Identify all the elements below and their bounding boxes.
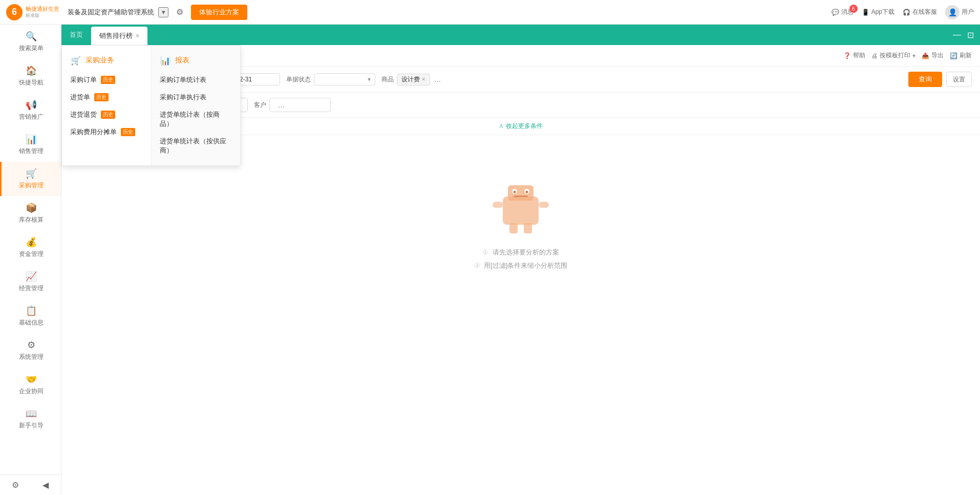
sidebar-label-finance: 资金管理 [19, 250, 44, 259]
print-dropdown-icon: ▾ [912, 52, 915, 59]
goods-tag-area: 设计费 × ... [397, 74, 443, 85]
goods-label: 商品 [381, 75, 394, 84]
svg-rect-9 [509, 223, 518, 233]
sidebar-item-enterprise[interactable]: 🤝 企业协同 [0, 368, 61, 402]
history-tag-stock-in: 历史 [94, 93, 109, 101]
svg-rect-1 [508, 185, 534, 201]
empty-tip2: ② 用[过滤]条件来缩小分析范围 [474, 261, 568, 270]
doc-status-select[interactable]: ▾ [314, 73, 375, 85]
sales-icon: 📊 [26, 134, 37, 145]
svg-point-5 [526, 191, 528, 193]
goods-tag-text: 设计费 [401, 75, 420, 84]
query-btn[interactable]: 查询 [908, 72, 942, 87]
header-right: 💬 消息 6 📱 App下载 🎧 在线客服 👤 用户 [832, 5, 974, 19]
message-badge: 6 [849, 5, 858, 13]
goods-more-btn[interactable]: ... [432, 75, 443, 84]
guide-icon: 📖 [26, 408, 37, 419]
title-dropdown-btn[interactable]: ▾ [158, 7, 168, 17]
refresh-action[interactable]: 🔄 刷新 [950, 51, 972, 60]
svg-rect-6 [514, 196, 528, 197]
doc-status-arrow: ▾ [368, 76, 371, 83]
menu-item-purchase-expense[interactable]: 采购费用分摊单 历史 [62, 123, 151, 141]
goods-filter-group: 商品 设计费 × ... [381, 74, 443, 85]
user-label: 用户 [962, 8, 974, 16]
svg-rect-10 [524, 223, 532, 233]
menu-item-po-stats[interactable]: 采购订单统计表 [152, 71, 241, 89]
sidebar-label-basic-info: 基础信息 [19, 318, 44, 327]
tab-home[interactable]: 首页 [61, 25, 91, 45]
empty-svg-icon [490, 176, 551, 238]
doc-status-label: 单据状态 [286, 75, 311, 84]
sidebar-label-guide: 新手引导 [19, 421, 44, 430]
menu-item-stock-in[interactable]: 进货单 历史 [62, 89, 151, 106]
reports-icon: 📊 [160, 55, 171, 66]
sidebar-item-purchase[interactable]: 🛒 采购管理 [0, 162, 61, 196]
svg-rect-0 [503, 197, 539, 225]
sidebar-settings-btn[interactable]: ⚙ [0, 475, 31, 495]
sidebar-label-system: 系统管理 [19, 353, 44, 361]
sidebar-item-inventory[interactable]: 📦 库存核算 [0, 196, 61, 230]
sidebar-label-sales: 销售管理 [19, 147, 44, 156]
sidebar-item-marketing[interactable]: 📢 营销推广 [0, 93, 61, 127]
sidebar-label-search: 搜索菜单 [19, 44, 44, 53]
message-action[interactable]: 💬 消息 6 [832, 8, 854, 16]
sidebar-item-quick-nav[interactable]: 🏠 快捷导航 [0, 59, 61, 93]
inventory-icon: 📦 [26, 202, 37, 213]
sidebar-label-operations: 经营管理 [19, 284, 44, 293]
sidebar-item-search[interactable]: 🔍 搜索菜单 [0, 25, 61, 59]
menu-item-stock-stats-goods[interactable]: 进货单统计表（按商品） [152, 106, 241, 133]
sidebar-item-guide[interactable]: 📖 新手引导 [0, 402, 61, 436]
system-icon: ⚙ [27, 339, 35, 351]
svg-rect-8 [539, 202, 549, 208]
marketing-icon: 📢 [26, 99, 37, 111]
online-service-action[interactable]: 🎧 在线客服 [903, 8, 937, 16]
settings-btn[interactable]: 设置 [946, 72, 972, 87]
sidebar-item-operations[interactable]: 📈 经营管理 [0, 265, 61, 299]
export-action[interactable]: 📤 导出 [922, 51, 944, 60]
goods-tag[interactable]: 设计费 × [397, 74, 430, 85]
app-name: 畅捷通好生意 [26, 5, 59, 12]
menu-item-stock-in-label: 进货单 [70, 93, 90, 102]
industry-btn[interactable]: 体验行业方案 [191, 5, 247, 20]
menu-item-purchase-order[interactable]: 采购订单 历史 [62, 71, 151, 89]
menu-item-stock-stats-supplier[interactable]: 进货单统计表（按供应商） [152, 133, 241, 159]
user-action[interactable]: 👤 用户 [945, 5, 974, 19]
menu-section-2-title: 📊 报表 [152, 52, 241, 71]
tab-minimize-btn[interactable]: — [951, 28, 963, 41]
gear-btn[interactable]: ⚙ [173, 5, 187, 19]
customer-select[interactable]: ... [269, 98, 331, 112]
sidebar-item-sales[interactable]: 📊 销售管理 [0, 127, 61, 162]
menu-item-stock-return[interactable]: 进货退货 历史 [62, 106, 151, 123]
help-action[interactable]: ❓ 帮助 [843, 51, 865, 60]
customer-more-btn[interactable]: ... [276, 100, 287, 110]
sidebar-collapse-btn[interactable]: ◀ [31, 475, 61, 495]
home-icon: 🏠 [26, 65, 37, 76]
sidebar-label-marketing: 营销推广 [19, 113, 44, 121]
basic-info-icon: 📋 [26, 305, 37, 316]
app-edition: 标准版 [26, 12, 59, 19]
app-logo: 6 [6, 4, 23, 20]
message-icon: 💬 [832, 9, 839, 16]
goods-tag-close[interactable]: × [422, 76, 425, 83]
tab-sales-ranking[interactable]: 销售排行榜 × [91, 27, 147, 45]
search-icon: 🔍 [26, 31, 37, 42]
print-action[interactable]: 🖨 按模板打印 ▾ [871, 51, 915, 60]
doc-status-group: 单据状态 ▾ [286, 73, 375, 85]
sidebar-item-system[interactable]: ⚙ 系统管理 [0, 333, 61, 368]
tab-maximize-btn[interactable]: ⊡ [965, 28, 976, 42]
empty-illustration [490, 176, 551, 238]
print-label: 按模板打印 [880, 51, 910, 60]
tab-close-btn[interactable]: × [136, 32, 139, 39]
menu-item-po-execution[interactable]: 采购订单执行表 [152, 89, 241, 106]
history-tag-stock-return: 历史 [101, 111, 115, 119]
sidebar-label-quick-nav: 快捷导航 [19, 78, 44, 87]
sidebar-item-basic-info[interactable]: 📋 基础信息 [0, 299, 61, 333]
export-label: 导出 [931, 51, 944, 60]
app-download-action[interactable]: 📱 App下载 [862, 8, 894, 16]
sidebar-label-inventory: 库存核算 [19, 216, 44, 224]
svg-rect-7 [493, 202, 503, 208]
sidebar-item-finance[interactable]: 💰 资金管理 [0, 230, 61, 265]
customer-label: 客户 [254, 101, 266, 110]
menu-item-po-stats-label: 采购订单统计表 [160, 75, 206, 84]
print-icon: 🖨 [871, 52, 878, 59]
